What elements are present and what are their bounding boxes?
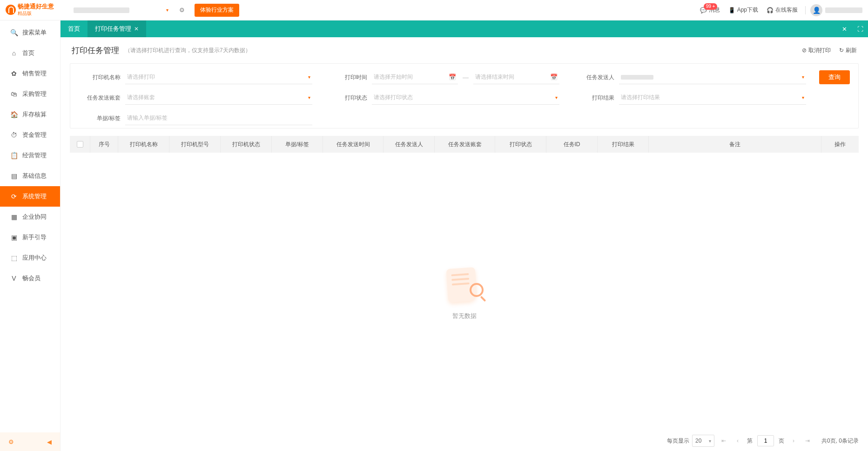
column-header: 操作 (821, 136, 859, 153)
sidebar-item-7[interactable]: ▤ 基础信息 (0, 166, 60, 186)
sidebar-item-label: 畅会员 (22, 274, 40, 283)
page-input[interactable] (757, 435, 774, 446)
chevron-down-icon: ▾ (166, 7, 168, 13)
sidebar-item-2[interactable]: ✿ 销售管理 (0, 63, 60, 84)
app-download-button[interactable]: 📱 App下载 (728, 6, 758, 14)
brand-sub: 精品版 (18, 10, 54, 17)
column-header: 备注 (649, 136, 821, 153)
next-page-button[interactable]: › (789, 436, 798, 445)
print-status-placeholder: 请选择打印状态 (374, 94, 413, 101)
org-select[interactable]: ▾ (70, 3, 172, 17)
fullscreen-icon[interactable]: ⛶ (852, 20, 868, 37)
sidebar-item-icon: V (10, 275, 18, 282)
filter-print-status: 打印状态 请选择打印状态 ▾ (325, 91, 559, 105)
refresh-button[interactable]: ↻ 刷新 (839, 47, 857, 54)
chevron-down-icon: ▾ (802, 95, 804, 100)
filter-label: 单据/标签 (79, 114, 121, 122)
sidebar-settings-icon[interactable]: ⚙ (8, 438, 14, 445)
sidebar-item-label: 系统管理 (22, 192, 47, 201)
doc-tag-input[interactable]: 请输入单据/标签 (125, 111, 312, 125)
select-all-checkbox[interactable] (77, 141, 83, 148)
last-page-button[interactable]: ⇥ (803, 436, 812, 445)
table-header: 序号打印机名称打印机型号打印机状态单据/标签任务发送时间任务发送人任务发送账套打… (70, 136, 859, 153)
print-result-placeholder: 请选择打印结果 (621, 94, 660, 101)
pager-total: 共0页, 0条记录 (821, 437, 859, 445)
sidebar-item-10[interactable]: ▣ 新手引导 (0, 227, 60, 248)
sidebar-item-5[interactable]: ⏱ 资金管理 (0, 125, 60, 145)
sidebar-item-label: 库存核算 (22, 110, 47, 119)
sender-select[interactable]: ▾ (619, 70, 806, 84)
tab-label: 打印任务管理 (95, 25, 131, 33)
column-header: 任务发送账套 (435, 136, 495, 153)
filter-print-result: 打印结果 请选择打印结果 ▾ (572, 91, 806, 105)
online-service-button[interactable]: 🎧 在线客服 (767, 6, 798, 14)
page-size-value: 20 (695, 438, 701, 444)
org-select-value (74, 7, 129, 13)
first-page-button[interactable]: ⇤ (719, 436, 728, 445)
sidebar-footer: ⚙ ◀ (0, 432, 60, 451)
empty-illustration (439, 263, 490, 305)
sender-value (621, 75, 653, 80)
chevron-down-icon: ▾ (308, 74, 310, 80)
sidebar-item-11[interactable]: ⬚ 应用中心 (0, 248, 60, 268)
chevron-down-icon: ▾ (308, 95, 310, 100)
chevron-down-icon: ▾ (709, 438, 711, 444)
column-header: 任务发送时间 (323, 136, 384, 153)
column-header: 打印机型号 (169, 136, 221, 153)
chevron-down-icon: ▾ (555, 95, 558, 100)
query-button[interactable]: 查询 (819, 70, 850, 84)
print-result-select[interactable]: 请选择打印结果 ▾ (619, 91, 806, 105)
settings-icon[interactable]: ⚙ (175, 3, 189, 17)
sidebar-item-3[interactable]: 🛍 采购管理 (0, 84, 60, 104)
sidebar-item-label: 资金管理 (22, 131, 47, 139)
online-service-label: 在线客服 (775, 6, 798, 14)
end-time-placeholder: 请选择结束时间 (475, 73, 514, 81)
sidebar-item-icon: 🛍 (10, 90, 18, 98)
sidebar-item-0[interactable]: 🔍 搜索菜单 (0, 22, 60, 43)
filter-print-time: 打印时间 请选择开始时间 📅 — 请选择结束时间 📅 (325, 70, 559, 84)
sidebar-collapse-icon[interactable]: ◀ (47, 438, 52, 445)
user-avatar[interactable]: 👤 (810, 4, 822, 16)
cancel-icon: ⊘ (802, 47, 807, 54)
sidebar-item-1[interactable]: ⌂ 首页 (0, 43, 60, 63)
page-size-select[interactable]: 20 ▾ (692, 435, 714, 447)
cancel-print-label: 取消打印 (808, 47, 831, 54)
sidebar-item-icon: ⏱ (10, 131, 18, 139)
start-time-input[interactable]: 请选择开始时间 📅 (372, 70, 458, 84)
sidebar-item-4[interactable]: 🏠 库存核算 (0, 104, 60, 125)
printer-name-select[interactable]: 请选择打印 ▾ (125, 70, 312, 84)
tab-1[interactable]: 打印任务管理✕ (87, 20, 146, 37)
date-separator: — (463, 74, 469, 81)
sidebar-item-label: 经营管理 (22, 151, 47, 160)
filter-doc-tag: 单据/标签 请输入单据/标签 (79, 111, 312, 125)
headset-icon: 🎧 (767, 7, 774, 13)
chevron-down-icon: ▾ (802, 74, 804, 80)
tab-0[interactable]: 首页 (61, 20, 87, 37)
brand-logo[interactable]: 畅捷通好生意 精品版 (6, 3, 61, 16)
sidebar: 🔍 搜索菜单⌂ 首页✿ 销售管理🛍 采购管理🏠 库存核算⏱ 资金管理📋 经营管理… (0, 20, 61, 451)
user-name[interactable] (825, 7, 862, 13)
column-header: 打印机名称 (118, 136, 169, 153)
brand-name: 畅捷通好生意 (18, 3, 54, 10)
filter-label: 打印机名称 (79, 74, 121, 81)
messages-button[interactable]: 💬 消息 99 + (700, 6, 720, 14)
sidebar-item-8[interactable]: ⟳ 系统管理 (0, 186, 60, 207)
sidebar-item-9[interactable]: ▦ 企业协同 (0, 207, 60, 227)
end-time-input[interactable]: 请选择结束时间 📅 (473, 70, 559, 84)
prev-page-button[interactable]: ‹ (733, 436, 742, 445)
sidebar-item-6[interactable]: 📋 经营管理 (0, 145, 60, 166)
close-icon[interactable]: ✕ (134, 26, 139, 32)
industry-plan-button[interactable]: 体验行业方案 (195, 4, 239, 17)
cancel-print-button[interactable]: ⊘ 取消打印 (802, 47, 831, 54)
page-subtitle: （请选择打印机进行查询，仅支持显示7天内数据） (125, 47, 251, 54)
column-header: 单据/标签 (272, 136, 323, 153)
sender-account-select[interactable]: 请选择账套 ▾ (125, 91, 312, 105)
tab-close-all-icon[interactable]: ✕ (836, 20, 852, 37)
filter-printer-name: 打印机名称 请选择打印 ▾ (79, 70, 312, 84)
filter-label: 任务发送人 (572, 74, 614, 81)
column-header: 序号 (90, 136, 118, 153)
topbar: 畅捷通好生意 精品版 ▾ ⚙ 体验行业方案 💬 消息 99 + 📱 App下载 … (0, 0, 868, 20)
filter-label: 打印结果 (572, 94, 614, 102)
sidebar-item-12[interactable]: V 畅会员 (0, 268, 60, 289)
print-status-select[interactable]: 请选择打印状态 ▾ (372, 91, 559, 105)
